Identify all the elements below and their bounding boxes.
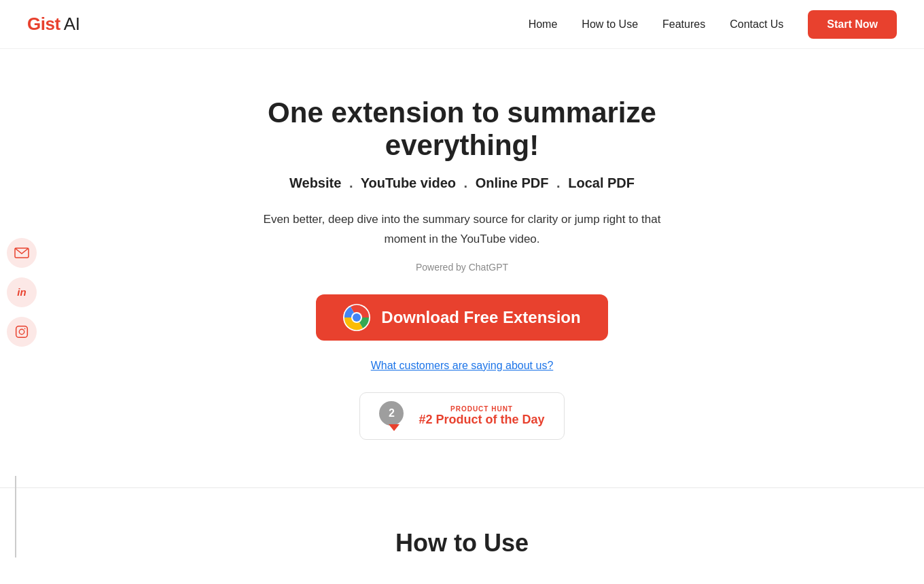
logo-ai: AI [60, 14, 80, 34]
medal-number: 2 [379, 401, 404, 426]
chrome-icon [343, 304, 370, 331]
left-vertical-line [15, 476, 16, 557]
download-extension-button[interactable]: Download Free Extension [316, 294, 607, 341]
email-svg [14, 247, 29, 258]
nav-links: Home How to Use Features Contact Us Star… [529, 10, 897, 39]
linkedin-icon[interactable]: in [7, 277, 37, 307]
svg-rect-5 [16, 326, 28, 337]
how-to-use-section: How to Use Install the Gist AI extension… [0, 495, 924, 584]
powered-by-text: Powered by ChatGPT [416, 262, 508, 273]
instagram-svg [15, 325, 29, 339]
nav-home[interactable]: Home [529, 18, 558, 31]
subtitle-online-pdf: Online PDF [476, 175, 549, 190]
dot-2: . [464, 175, 468, 190]
product-hunt-text: PRODUCT HUNT #2 Product of the Day [419, 405, 544, 427]
dot-1: . [349, 175, 353, 190]
subtitle-website: Website [289, 175, 341, 190]
linkedin-label: in [17, 286, 26, 298]
subtitle-youtube: YouTube video [361, 175, 456, 190]
product-hunt-badge[interactable]: 2 PRODUCT HUNT #2 Product of the Day [359, 392, 564, 440]
medal-ribbon [389, 424, 399, 431]
subtitle-local-pdf: Local PDF [568, 175, 635, 190]
product-hunt-label: PRODUCT HUNT [419, 405, 544, 413]
product-hunt-rank: #2 Product of the Day [419, 413, 544, 427]
product-hunt-medal: 2 [379, 401, 409, 431]
logo[interactable]: Gist AI [27, 14, 79, 35]
customers-link[interactable]: What customers are saying about us? [371, 360, 554, 372]
svg-point-6 [19, 329, 24, 334]
start-now-button[interactable]: Start Now [808, 10, 897, 39]
hero-title: One extension to summarize everything! [190, 97, 734, 162]
section-divider [0, 487, 924, 488]
side-social-bar: in [0, 227, 43, 358]
hero-section: One extension to summarize everything! W… [0, 49, 924, 481]
how-to-use-title: How to Use [82, 529, 842, 557]
instagram-icon[interactable] [7, 317, 37, 347]
svg-point-7 [24, 328, 26, 329]
nav-how-to-use[interactable]: How to Use [582, 18, 638, 31]
nav-contact-us[interactable]: Contact Us [730, 18, 783, 31]
download-btn-label: Download Free Extension [381, 308, 580, 327]
email-icon[interactable] [7, 238, 37, 268]
hero-description: Even better, deep dive into the summary … [245, 210, 679, 250]
logo-gist: Gist [27, 14, 60, 34]
svg-point-3 [353, 313, 361, 322]
nav-features[interactable]: Features [662, 18, 705, 31]
dot-3: . [556, 175, 561, 190]
hero-subtitle: Website . YouTube video . Online PDF . L… [289, 175, 635, 191]
navbar: Gist AI Home How to Use Features Contact… [0, 0, 924, 49]
